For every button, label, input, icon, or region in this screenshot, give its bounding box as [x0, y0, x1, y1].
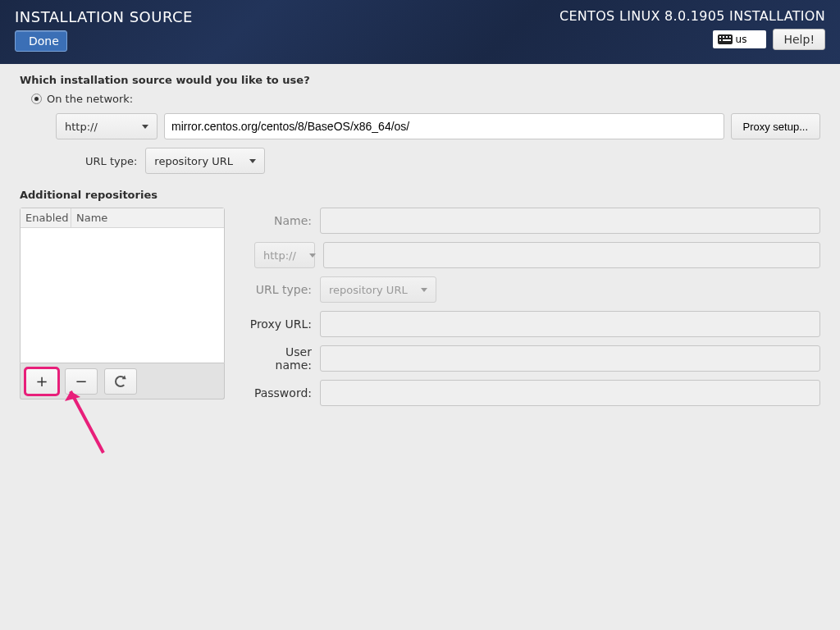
repo-password-label: Password:	[246, 386, 312, 399]
url-type-dropdown[interactable]: repository URL	[145, 148, 265, 174]
radio-icon	[31, 94, 42, 104]
repo-proxy-label: Proxy URL:	[246, 317, 312, 331]
plus-icon: +	[35, 372, 48, 390]
repo-url-type-label: URL type:	[246, 283, 312, 296]
additional-repos-title: Additional repositories	[20, 189, 820, 201]
chevron-down-icon	[142, 125, 148, 129]
source-url-input[interactable]	[164, 113, 724, 139]
repo-url-type-dropdown: repository URL	[320, 276, 436, 303]
repo-url-input	[323, 242, 820, 268]
repo-password-input	[320, 380, 820, 406]
col-name: Name	[71, 208, 224, 227]
repo-list-header: Enabled Name	[21, 208, 224, 228]
chevron-down-icon	[421, 288, 427, 292]
repo-protocol-value: http://	[263, 249, 296, 262]
on-network-label: On the network:	[47, 93, 133, 105]
done-button[interactable]: Done	[15, 30, 67, 52]
proxy-setup-button[interactable]: Proxy setup...	[731, 113, 820, 139]
chevron-down-icon	[309, 253, 316, 258]
col-enabled: Enabled	[21, 208, 71, 227]
repo-user-label: User name:	[246, 345, 312, 372]
repo-details-form: Name: http:// URL type: repository URL	[246, 208, 820, 414]
keyboard-layout-indicator[interactable]: us	[713, 30, 767, 48]
protocol-dropdown[interactable]: http://	[56, 113, 158, 139]
keyboard-icon	[718, 34, 733, 44]
add-repo-button[interactable]: +	[25, 368, 58, 395]
protocol-value: http://	[65, 121, 98, 133]
repo-name-label: Name:	[246, 214, 312, 227]
chevron-down-icon	[249, 159, 256, 163]
header: INSTALLATION SOURCE Done CENTOS LINUX 8.…	[0, 0, 840, 64]
source-prompt: Which installation source would you like…	[20, 74, 820, 86]
refresh-icon	[115, 376, 126, 387]
url-type-value: repository URL	[154, 155, 233, 167]
help-button[interactable]: Help!	[773, 29, 825, 50]
remove-repo-button[interactable]: −	[65, 368, 98, 395]
repo-protocol-dropdown: http://	[254, 242, 315, 268]
repo-url-type-value: repository URL	[329, 284, 408, 296]
minus-icon: −	[75, 372, 87, 390]
on-network-radio[interactable]: On the network:	[20, 93, 820, 105]
page-title: INSTALLATION SOURCE	[15, 8, 193, 25]
repo-user-input	[320, 345, 820, 372]
repo-proxy-input	[320, 311, 820, 337]
repo-toolbar: + −	[20, 363, 225, 399]
keyboard-layout-text: us	[736, 34, 747, 45]
refresh-repo-button[interactable]	[104, 368, 137, 395]
repo-list[interactable]: Enabled Name	[20, 208, 225, 363]
installer-subtitle: CENTOS LINUX 8.0.1905 INSTALLATION	[559, 8, 825, 24]
url-type-label: URL type:	[85, 155, 137, 167]
repo-name-input	[320, 208, 820, 234]
